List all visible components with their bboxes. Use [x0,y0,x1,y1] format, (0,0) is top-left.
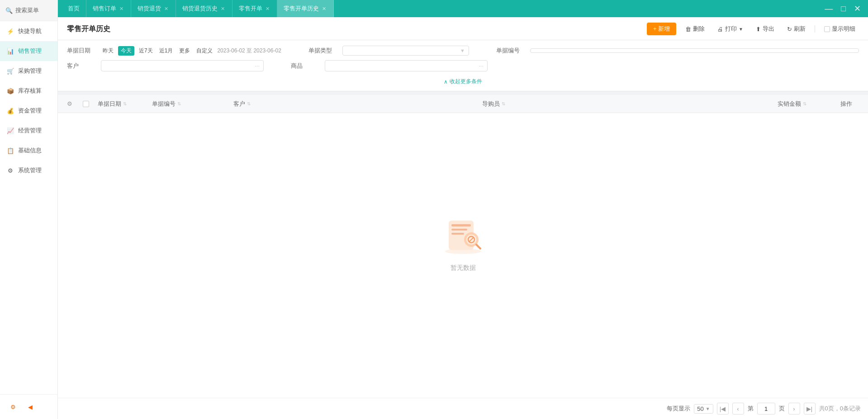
empty-illustration [436,212,490,257]
tab-sales-return-history-close[interactable]: ✕ [220,5,226,12]
display-detail-btn[interactable]: 显示明细 [821,23,859,35]
export-label: 导出 [763,25,774,33]
page-size-select[interactable]: 50 ▼ [694,404,713,414]
date-shortcut-yesterday[interactable]: 昨天 [101,46,115,56]
first-page-btn[interactable]: |◀ [717,403,729,414]
settings-footer-btn[interactable]: ⚙ [6,400,20,414]
date-shortcut-1month[interactable]: 近1月 [157,46,175,56]
delete-label: 删除 [693,25,705,33]
refresh-label: 刷新 [794,25,806,33]
page-title: 零售开单历史 [67,24,110,34]
tab-retail-open-history-label: 零售开单历史 [284,5,319,13]
window-minimize-btn[interactable]: — [823,3,835,14]
next-page-btn[interactable]: › [788,403,800,414]
customer-filter-input[interactable]: ··· [101,60,264,71]
date-shortcuts: 昨天 今天 近7天 近1月 更多 自定义 2023-06-02 至 2023-0… [101,46,281,56]
tab-retail-open[interactable]: 零售开单 ✕ [232,0,277,17]
th-date[interactable]: 单据日期 ⇅ [94,100,148,108]
tab-sales-order[interactable]: 销售订单 ✕ [86,0,131,17]
th-date-label: 单据日期 [98,100,121,108]
all-checkbox[interactable] [83,101,89,107]
column-settings-btn[interactable]: ⚙ [62,100,78,107]
sidebar: 🔍 搜索菜单 ⚡ 快捷导航 📊 销售管理 🛒 采购管理 📦 库存核算 💰 资金管… [0,0,58,419]
goods-filter-input[interactable]: ··· [325,60,488,71]
customer-filter-label: 客户 [67,62,92,70]
operations-icon: 📈 [6,127,14,135]
date-shortcut-today[interactable]: 今天 [118,46,134,56]
window-maximize-btn[interactable]: □ [839,3,848,14]
finance-icon: 💰 [6,107,14,115]
th-num[interactable]: 单据编号 ⇅ [148,100,230,108]
filter-row-date: 单据日期 昨天 今天 近7天 近1月 更多 自定义 2023-06-02 至 2… [67,46,859,56]
th-customer[interactable]: 客户 ⇅ [230,100,479,108]
sidebar-item-operations[interactable]: 📈 经营管理 [0,121,57,141]
sidebar-item-sys-mgmt[interactable]: ⚙ 系统管理 [0,160,57,180]
export-button[interactable]: ⬆ 导出 [752,23,778,35]
delete-button[interactable]: 🗑 删除 [682,23,708,35]
window-close-btn[interactable]: ✕ [852,3,863,14]
export-icon: ⬆ [756,26,761,33]
th-guide-label: 导购员 [482,100,500,108]
content-area: 零售开单历史 + 新增 🗑 删除 🖨 打印 ▼ ⬆ [58,17,868,419]
basic-info-icon: 📋 [6,146,14,155]
tab-sales-return-history[interactable]: 销货退货历史 ✕ [176,0,232,17]
tab-home[interactable]: 首页 [62,0,86,17]
tab-retail-open-label: 零售开单 [239,5,262,13]
toolbar-divider [815,25,815,33]
svg-rect-2 [451,224,471,226]
search-menu-btn[interactable]: 🔍 搜索菜单 [0,0,57,21]
svg-rect-4 [451,233,464,235]
date-shortcut-custom[interactable]: 自定义 [194,46,214,56]
sidebar-item-purchase-mgmt[interactable]: 🛒 采购管理 [0,61,57,81]
prev-page-icon: ‹ [737,405,739,412]
tab-sales-return[interactable]: 销货退货 ✕ [131,0,176,17]
filter-row-customer: 客户 ··· 商品 ··· [67,60,859,71]
print-dropdown-icon: ▼ [739,27,743,32]
page-word-pre: 第 [748,405,754,413]
current-page-input[interactable]: 1 [757,403,775,414]
sidebar-item-label: 快捷导航 [18,27,42,35]
sidebar-item-label: 资金管理 [18,107,42,115]
last-page-icon: ▶| [806,405,812,412]
sidebar-item-inventory[interactable]: 📦 库存核算 [0,81,57,101]
sidebar-item-quick-nav[interactable]: ⚡ 快捷导航 [0,21,57,41]
table-area: ⚙ 单据日期 ⇅ 单据编号 ⇅ 客户 ⇅ 导购员 ⇅ [58,95,868,419]
goods-dots-icon: ··· [479,62,484,69]
add-button[interactable]: + 新增 [647,23,676,35]
th-amount-label: 实销金额 [778,100,801,108]
display-detail-label: 显示明细 [832,25,855,33]
sidebar-item-label: 采购管理 [18,67,42,75]
th-num-label: 单据编号 [152,100,175,108]
print-button[interactable]: 🖨 打印 ▼ [714,23,747,35]
type-filter-select[interactable]: ▼ [342,46,469,56]
type-filter-dropdown-icon: ▼ [460,48,465,53]
date-shortcut-more[interactable]: 更多 [177,46,192,56]
collapse-filter-btn[interactable]: ∧ 收起更多条件 [444,78,482,85]
collapse-sidebar-icon: ◀ [28,404,33,410]
tab-retail-open-history-close[interactable]: ✕ [321,5,327,12]
num-filter-input[interactable] [530,48,859,53]
sidebar-item-basic-info[interactable]: 📋 基础信息 [0,141,57,160]
th-amount[interactable]: 实销金额 ⇅ [774,100,828,108]
tab-retail-open-close[interactable]: ✕ [265,5,270,12]
th-guide[interactable]: 导购员 ⇅ [479,100,533,108]
toolbar: + 新增 🗑 删除 🖨 打印 ▼ ⬆ 导出 [647,23,859,35]
tab-sales-return-history-label: 销货退货历史 [182,5,218,13]
num-filter-label: 单据编号 [496,47,521,55]
th-guide-sort-icon: ⇅ [502,101,505,106]
tab-sales-return-close[interactable]: ✕ [163,5,169,12]
sidebar-item-sales-mgmt[interactable]: 📊 销售管理 [0,41,57,61]
total-info: 共0页，0条记录 [819,405,861,413]
refresh-button[interactable]: ↻ 刷新 [783,23,809,35]
collapse-sidebar-btn[interactable]: ◀ [24,400,37,414]
page-size-value: 50 [697,405,703,412]
sidebar-item-finance[interactable]: 💰 资金管理 [0,101,57,121]
prev-page-btn[interactable]: ‹ [732,403,744,414]
select-all-checkbox[interactable] [78,101,94,107]
last-page-btn[interactable]: ▶| [804,403,816,414]
th-op: 操作 [828,100,864,108]
date-shortcut-7days[interactable]: 近7天 [137,46,155,56]
tab-sales-order-close[interactable]: ✕ [119,5,124,12]
add-label: + 新增 [653,25,670,33]
tab-retail-open-history[interactable]: 零售开单历史 ✕ [277,0,334,17]
